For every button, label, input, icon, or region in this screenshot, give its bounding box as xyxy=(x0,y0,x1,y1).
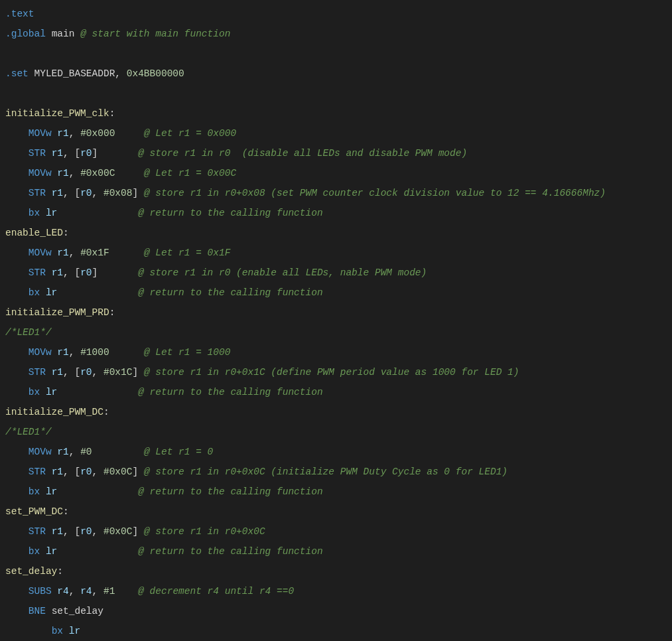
code-token: @ store r1 in r0+0x0C (initialize PWM Du… xyxy=(144,466,507,477)
code-token: MOVw xyxy=(29,248,52,258)
code-token: r1 xyxy=(57,248,68,258)
code-token xyxy=(109,248,144,258)
code-token: initialize_PWM_clk xyxy=(5,108,109,119)
code-token: r1 xyxy=(57,128,68,139)
code-token: set_delay xyxy=(5,566,57,577)
code-token xyxy=(40,546,46,557)
code-token: r1 xyxy=(57,447,68,457)
code-line: MOVw r1, #0 @ Let r1 = 0 xyxy=(5,447,213,457)
code-token: MOVw xyxy=(29,168,52,178)
code-token xyxy=(5,128,29,139)
code-token: @ store r1 in r0+0x0C xyxy=(144,526,265,537)
code-token xyxy=(5,367,29,378)
code-token xyxy=(5,267,29,278)
code-token: @ Let r1 = 0x00C xyxy=(144,168,236,178)
code-line: bx lr @ return to the calling function xyxy=(5,208,323,218)
code-token xyxy=(46,267,52,278)
code-token: ] xyxy=(132,367,138,378)
code-token: @ store r1 in r0 (disable all LEDs and d… xyxy=(138,148,467,159)
code-line: MOVw r1, #0x00C @ Let r1 = 0x00C xyxy=(5,168,236,178)
code-block: .text .global main @ start with main fun… xyxy=(0,0,672,641)
code-token xyxy=(57,287,138,298)
code-token: .global xyxy=(5,29,46,39)
code-line: bx lr @ return to the calling function xyxy=(5,486,323,497)
code-token: MOVw xyxy=(29,347,52,358)
code-token: r1 xyxy=(57,168,68,178)
code-token xyxy=(5,168,29,178)
code-token xyxy=(46,188,52,198)
code-token: lr xyxy=(69,626,80,636)
code-token xyxy=(5,347,29,358)
code-token: SUBS xyxy=(29,586,52,597)
code-line: .global main @ start with main function xyxy=(5,29,230,39)
code-token xyxy=(98,267,138,278)
code-token: STR xyxy=(29,188,46,198)
code-line: set_PWM_DC: xyxy=(5,506,69,517)
code-token: initialize_PWM_DC xyxy=(5,407,103,417)
code-token: , xyxy=(69,248,80,258)
code-token: #0x0C xyxy=(103,466,133,477)
code-token: @ start with main function xyxy=(80,29,230,39)
code-token xyxy=(40,208,46,218)
code-token: lr xyxy=(46,287,57,298)
code-token xyxy=(46,526,52,537)
code-token xyxy=(46,606,52,616)
code-token: : xyxy=(63,506,69,517)
code-token: /*LED1*/ xyxy=(5,427,52,437)
code-token xyxy=(5,606,29,616)
code-token: , [ xyxy=(63,526,80,537)
code-token: r1 xyxy=(57,347,68,358)
code-token xyxy=(138,367,144,378)
code-token: MOVw xyxy=(29,128,52,139)
code-token: #0x1C xyxy=(103,367,133,378)
code-token: #0x0C xyxy=(103,526,133,537)
code-token: r1 xyxy=(52,466,63,477)
code-token: BNE xyxy=(29,606,46,616)
code-token: @ return to the calling function xyxy=(138,546,322,557)
code-line: bx lr @ return to the calling function xyxy=(5,387,323,397)
code-token xyxy=(5,626,52,636)
code-token xyxy=(92,447,144,457)
code-token xyxy=(46,466,52,477)
code-token: r0 xyxy=(80,267,92,278)
code-token: bx xyxy=(29,387,40,397)
code-token: r4 xyxy=(80,586,92,597)
code-line: STR r1, [r0, #0x0C] @ store r1 in r0+0x0… xyxy=(5,466,507,477)
code-token xyxy=(138,466,144,477)
code-token: main xyxy=(52,29,75,39)
code-token: set_PWM_DC xyxy=(5,506,63,517)
code-line: initialize_PWM_clk: xyxy=(5,108,115,119)
code-token: @ return to the calling function xyxy=(138,486,322,497)
code-line: enable_LED: xyxy=(5,228,69,238)
code-token xyxy=(57,546,138,557)
code-token: : xyxy=(109,307,115,318)
code-token xyxy=(115,586,138,597)
code-token: #0 xyxy=(80,447,92,457)
code-token: .set xyxy=(5,68,29,79)
code-token xyxy=(46,367,52,378)
code-token xyxy=(57,208,138,218)
code-token: bx xyxy=(29,486,40,497)
code-line: STR r1, [r0] @ store r1 in r0 (enable al… xyxy=(5,267,427,278)
code-token: @ Let r1 = 0x000 xyxy=(144,128,236,139)
code-line: bx lr @ return to the calling function xyxy=(5,546,323,557)
code-token: , [ xyxy=(63,466,80,477)
code-token: ] xyxy=(132,466,138,477)
code-token: , xyxy=(69,128,80,139)
code-token: ] xyxy=(132,188,138,198)
code-token xyxy=(5,526,29,537)
code-token xyxy=(46,29,52,39)
code-line: .text xyxy=(5,9,34,19)
code-token xyxy=(115,128,144,139)
code-token: ] xyxy=(92,148,98,159)
code-token xyxy=(46,148,52,159)
code-token xyxy=(138,188,144,198)
code-token: set_delay xyxy=(52,606,103,616)
code-token xyxy=(29,68,34,79)
code-line: .set MYLED_BASEADDR, 0x4BB00000 xyxy=(5,68,184,79)
code-token xyxy=(5,387,29,397)
code-token: , xyxy=(92,466,103,477)
code-token xyxy=(5,248,29,258)
code-token xyxy=(5,208,29,218)
code-token: @ decrement r4 until r4 ==0 xyxy=(138,586,294,597)
